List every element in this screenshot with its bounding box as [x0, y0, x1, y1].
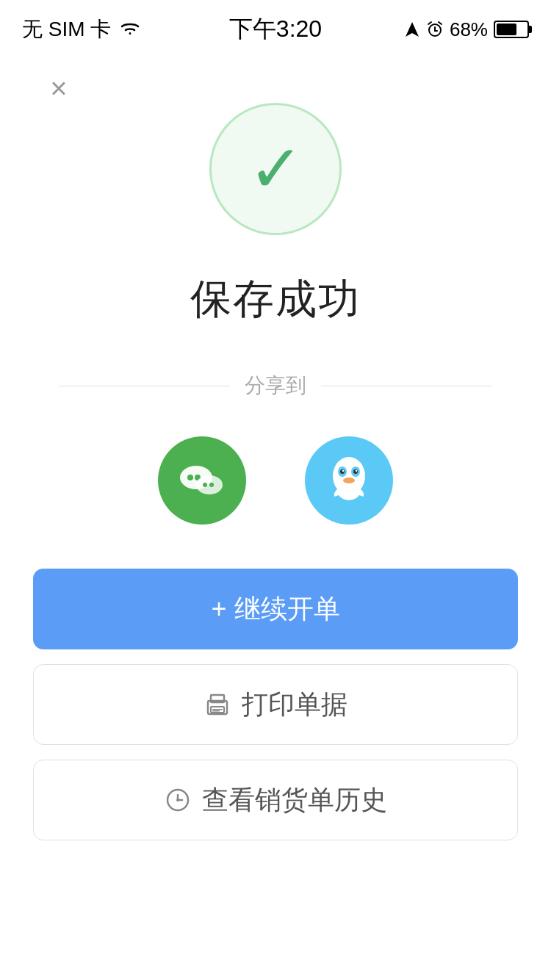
svg-point-15: [342, 488, 356, 497]
close-icon: ×: [50, 73, 67, 103]
svg-point-5: [203, 483, 207, 487]
carrier-text: 无 SIM 卡: [22, 15, 111, 43]
success-title: 保存成功: [190, 272, 361, 328]
continue-button[interactable]: + 继续开单: [33, 569, 518, 649]
history-button[interactable]: 查看销货单历史: [33, 760, 518, 840]
status-left: 无 SIM 卡: [22, 15, 142, 43]
close-button[interactable]: ×: [37, 66, 81, 110]
print-label: 打印单据: [242, 687, 347, 723]
share-section: 分享到: [0, 372, 551, 525]
success-circle: ✓: [209, 103, 342, 235]
action-buttons: + 继续开单 打印单据 查看销货单历史: [33, 569, 518, 840]
alarm-icon: [426, 21, 444, 38]
history-icon: [164, 786, 192, 814]
main-content: ✓ 保存成功 分享到: [0, 59, 551, 840]
history-label: 查看销货单历史: [202, 782, 387, 818]
qq-share-button[interactable]: [305, 436, 393, 525]
svg-point-6: [209, 483, 214, 487]
share-label: 分享到: [230, 372, 321, 400]
share-icons: [0, 436, 551, 525]
location-icon: [404, 21, 420, 38]
svg-point-12: [342, 470, 344, 472]
status-bar: 无 SIM 卡 下午3:20 68%: [0, 0, 551, 59]
status-right: 68%: [404, 18, 529, 41]
svg-point-10: [340, 469, 345, 474]
checkmark-icon: ✓: [248, 136, 303, 202]
battery-percent: 68%: [450, 18, 488, 41]
wechat-icon: [176, 458, 228, 502]
svg-point-2: [187, 475, 193, 480]
share-divider: 分享到: [0, 372, 551, 400]
svg-point-13: [356, 470, 357, 472]
print-icon: [204, 691, 231, 718]
continue-label: + 继续开单: [211, 591, 339, 627]
print-button[interactable]: 打印单据: [33, 664, 518, 745]
svg-point-14: [343, 478, 355, 483]
svg-rect-19: [212, 709, 223, 710]
svg-point-11: [353, 469, 358, 474]
status-time: 下午3:20: [229, 13, 322, 46]
wechat-share-button[interactable]: [158, 436, 246, 525]
qq-icon: [324, 454, 374, 507]
wifi-icon: [118, 21, 142, 38]
svg-rect-20: [212, 710, 220, 712]
battery-icon: [494, 21, 529, 38]
